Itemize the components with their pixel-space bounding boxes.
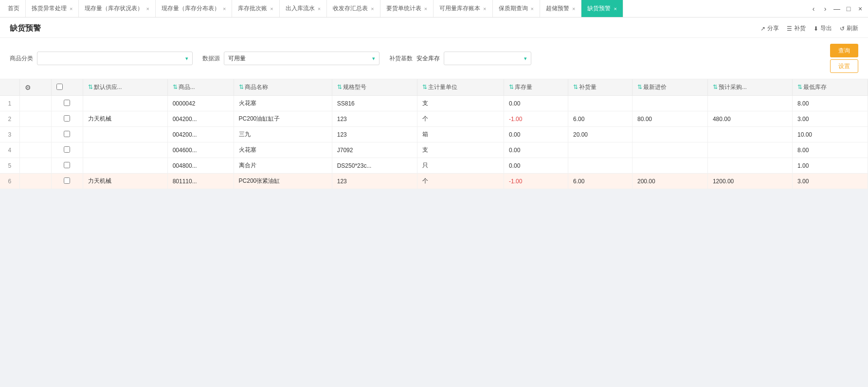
cell-product_name-1: PC200油缸缸子 bbox=[234, 111, 332, 127]
filter-bar: 商品分类 ▾ 数据源 可用量 ▾ 补货基数 安全库存 ▾ 查询 设置 bbox=[0, 38, 868, 79]
tab-close-all-btn[interactable]: × bbox=[854, 0, 866, 18]
tab-minimize-btn[interactable]: — bbox=[831, 0, 843, 18]
row-checkbox-4 bbox=[51, 158, 83, 174]
tab-item-6[interactable]: 收发存汇总表× bbox=[327, 0, 380, 18]
tab-item-11[interactable]: 缺货预警× bbox=[581, 0, 623, 18]
tab-prev-btn[interactable]: ‹ bbox=[808, 0, 819, 18]
select-all-checkbox[interactable] bbox=[56, 84, 63, 90]
col-header-product_name[interactable]: ⇅商品名称 bbox=[234, 79, 332, 96]
col-header-default_supplier[interactable]: ⇅默认供应... bbox=[83, 79, 167, 96]
tab-item-4[interactable]: 库存批次账× bbox=[232, 0, 279, 18]
col-header-checkbox bbox=[51, 79, 83, 96]
data-source-arrow-icon: ▾ bbox=[372, 55, 375, 62]
tab-item-5[interactable]: 出入库流水× bbox=[280, 0, 327, 18]
tab-close-4[interactable]: × bbox=[270, 6, 273, 12]
cell-replenish_qty-0 bbox=[568, 96, 632, 111]
tab-label-5: 出入库流水 bbox=[286, 4, 315, 13]
tab-label-6: 收发存汇总表 bbox=[333, 4, 368, 13]
tab-close-3[interactable]: × bbox=[223, 6, 226, 12]
replenish-icon: ☰ bbox=[787, 25, 792, 32]
export-button[interactable]: ⬇ 导出 bbox=[814, 24, 832, 33]
tab-item-1[interactable]: 拣货异常处理× bbox=[26, 0, 79, 18]
cell-product_code-3: 004600... bbox=[167, 142, 234, 158]
table-row: 2力天机械004200...PC200油缸缸子123个-1.006.0080.0… bbox=[0, 111, 868, 127]
replenish-base-value: 安全库存 bbox=[416, 54, 440, 63]
col-header-unit[interactable]: ⇅主计量单位 bbox=[417, 79, 504, 96]
tab-close-11[interactable]: × bbox=[614, 6, 616, 12]
checkbox-2[interactable] bbox=[64, 131, 70, 137]
row-gear-0 bbox=[19, 96, 51, 111]
checkbox-5[interactable] bbox=[64, 177, 70, 184]
tab-item-3[interactable]: 现存量（库存分布表）× bbox=[156, 0, 232, 18]
cell-unit-3: 支 bbox=[417, 142, 504, 158]
cell-default_supplier-3 bbox=[83, 142, 167, 158]
tab-close-2[interactable]: × bbox=[146, 6, 149, 12]
replenish-base-select[interactable]: ▾ bbox=[444, 52, 531, 65]
row-checkbox-0 bbox=[51, 96, 83, 111]
tab-next-btn[interactable]: › bbox=[819, 0, 831, 18]
col-header-min_stock[interactable]: ⇅最低库存 bbox=[792, 79, 868, 96]
tab-item-10[interactable]: 超储预警× bbox=[540, 0, 581, 18]
tab-item-8[interactable]: 可用量库存账本× bbox=[434, 0, 492, 18]
col-label-unit: 主计量单位 bbox=[428, 84, 457, 90]
col-header-est_purchase[interactable]: ⇅预计采购... bbox=[707, 79, 792, 96]
sort-icon-latest_price: ⇅ bbox=[637, 84, 642, 90]
checkbox-3[interactable] bbox=[64, 146, 70, 153]
refresh-icon: ↺ bbox=[840, 25, 845, 32]
cell-product_name-4: 离合片 bbox=[234, 158, 332, 174]
row-checkbox-5 bbox=[51, 174, 83, 189]
cell-stock-5: -1.00 bbox=[504, 174, 568, 189]
row-checkbox-1 bbox=[51, 111, 83, 127]
col-label-replenish_qty: 补货量 bbox=[579, 84, 597, 90]
query-button[interactable]: 查询 bbox=[830, 44, 858, 57]
cell-unit-2: 箱 bbox=[417, 127, 504, 142]
tab-close-8[interactable]: × bbox=[483, 6, 486, 12]
share-button[interactable]: ↗ 分享 bbox=[760, 24, 779, 33]
cell-latest_price-5: 200.00 bbox=[632, 174, 707, 189]
tab-item-0[interactable]: 首页 bbox=[2, 0, 26, 18]
tab-close-6[interactable]: × bbox=[371, 6, 374, 12]
col-header-product_code[interactable]: ⇅商品... bbox=[167, 79, 234, 96]
col-header-latest_price[interactable]: ⇅最新进价 bbox=[632, 79, 707, 96]
data-source-select[interactable]: 可用量 ▾ bbox=[224, 52, 380, 65]
tab-label-10: 超储预警 bbox=[546, 4, 569, 13]
table-body: 10000042火花塞SS816支0.008.002力天机械004200...P… bbox=[0, 96, 868, 189]
checkbox-0[interactable] bbox=[64, 100, 70, 106]
tab-label-0: 首页 bbox=[8, 4, 19, 13]
checkbox-1[interactable] bbox=[64, 115, 70, 122]
tab-label-1: 拣货异常处理 bbox=[32, 4, 67, 13]
checkbox-4[interactable] bbox=[64, 162, 70, 168]
col-header-stock[interactable]: ⇅库存量 bbox=[504, 79, 568, 96]
tab-item-7[interactable]: 要货单统计表× bbox=[380, 0, 434, 18]
col-header-spec[interactable]: ⇅规格型号 bbox=[332, 79, 417, 96]
tab-maximize-btn[interactable]: □ bbox=[843, 0, 854, 18]
col-header-rownum bbox=[0, 79, 19, 96]
page-title: 缺货预警 bbox=[10, 23, 41, 34]
replenish-button[interactable]: ☰ 补货 bbox=[787, 24, 806, 33]
tab-close-1[interactable]: × bbox=[70, 6, 72, 12]
cell-latest_price-0 bbox=[632, 96, 707, 111]
tab-bar: 首页拣货异常处理×现存量（库存状况表）×现存量（库存分布表）×库存批次账×出入库… bbox=[0, 0, 868, 18]
cell-stock-0: 0.00 bbox=[504, 96, 568, 111]
tab-item-2[interactable]: 现存量（库存状况表）× bbox=[79, 0, 155, 18]
refresh-button[interactable]: ↺ 刷新 bbox=[840, 24, 858, 33]
tab-close-7[interactable]: × bbox=[424, 6, 427, 12]
tab-close-9[interactable]: × bbox=[531, 6, 534, 12]
tab-close-5[interactable]: × bbox=[318, 6, 321, 12]
col-header-replenish_qty[interactable]: ⇅补货量 bbox=[568, 79, 632, 96]
tab-item-9[interactable]: 保质期查询× bbox=[493, 0, 540, 18]
cell-min_stock-2: 10.00 bbox=[792, 127, 868, 142]
export-icon: ⬇ bbox=[814, 25, 818, 32]
tab-label-2: 现存量（库存状况表） bbox=[85, 4, 143, 13]
cell-est_purchase-5: 1200.00 bbox=[707, 174, 792, 189]
col-label-est_purchase: 预计采购... bbox=[719, 84, 747, 90]
cell-latest_price-4 bbox=[632, 158, 707, 174]
gear-settings-icon[interactable]: ⚙ bbox=[25, 84, 31, 91]
cell-default_supplier-1: 力天机械 bbox=[83, 111, 167, 127]
product-category-select[interactable]: ▾ bbox=[37, 52, 193, 65]
tab-close-10[interactable]: × bbox=[572, 6, 575, 12]
cell-spec-1: 123 bbox=[332, 111, 417, 127]
cell-unit-0: 支 bbox=[417, 96, 504, 111]
settings-button[interactable]: 设置 bbox=[830, 59, 858, 73]
cell-product_code-0: 0000042 bbox=[167, 96, 234, 111]
